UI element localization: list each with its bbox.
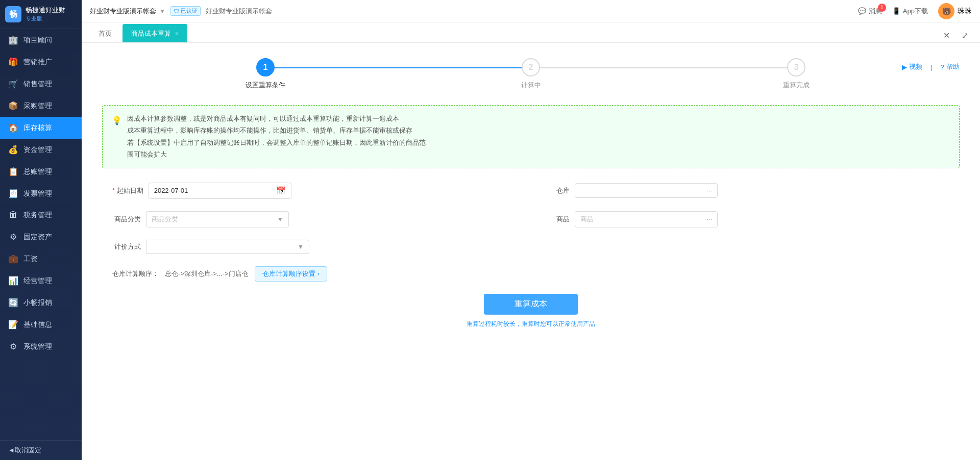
notice-box: 💡 因成本计算参数调整，或是对商品成本有疑问时，可以通过成本重算功能，重新计算一… [102, 105, 960, 168]
chevron-right-icon: › [317, 270, 320, 277]
notice-icon: 💡 [112, 114, 122, 161]
sidebar-item-label: 库存核算 [23, 123, 52, 133]
logo-title: 畅捷通好业财 [26, 6, 65, 15]
form-row-1: 起始日期 📅 仓库 ··· [112, 183, 949, 199]
tab-home[interactable]: 首页 [90, 24, 120, 42]
warehouse-order-settings-button[interactable]: 仓库计算顺序设置 › [255, 266, 327, 282]
salary-icon: 💼 [8, 254, 18, 264]
step-2-label: 计算中 [521, 81, 541, 90]
sidebar-item-label: 销售管理 [23, 80, 52, 89]
pricing-label: 计价方式 [112, 242, 141, 251]
unpin-button[interactable]: ◄取消固定 [0, 440, 82, 460]
tab-maximize-button[interactable]: ⤢ [958, 28, 972, 42]
pricing-select[interactable]: ▼ [146, 240, 309, 254]
sidebar-item-tax[interactable]: 🏛 税务管理 [0, 205, 82, 226]
sidebar-item-label: 经营管理 [23, 276, 52, 286]
warehouse-dotdot-icon: ··· [706, 187, 712, 194]
sidebar-item-expense[interactable]: 🔄 小畅报销 [0, 292, 82, 314]
form-row-3: 计价方式 ▼ [112, 240, 949, 254]
sidebar-item-marketing[interactable]: 🎁 营销推广 [0, 51, 82, 73]
sidebar-item-accounting[interactable]: 📋 总账管理 [0, 161, 82, 183]
app-download-button[interactable]: 📱 App下载 [892, 7, 928, 16]
product-label: 商品 [541, 215, 570, 224]
account-select[interactable]: 好业财专业版演示帐套 ▼ [90, 7, 165, 16]
step-3: 3 重算完成 [664, 58, 929, 90]
tab-bar-actions: ✕ ⤢ [939, 28, 972, 42]
sidebar-item-project[interactable]: 🏢 项目顾问 [0, 29, 82, 51]
warehouse-field: 仓库 ··· [541, 183, 949, 198]
sidebar-item-purchase[interactable]: 📦 采购管理 [0, 95, 82, 117]
start-date-input-wrapper[interactable]: 📅 [149, 183, 291, 199]
sidebar-item-invoice[interactable]: 🧾 发票管理 [0, 183, 82, 205]
sidebar-item-label: 营销推广 [23, 58, 52, 67]
sidebar-logo: 畅 畅捷通好业财 专业版 [0, 0, 82, 29]
warehouse-order-settings-label: 仓库计算顺序设置 [262, 269, 315, 278]
sidebar-item-label: 总账管理 [23, 167, 52, 176]
tab-close-window-button[interactable]: ✕ [939, 28, 953, 42]
basic-icon: 📝 [8, 320, 18, 329]
user-menu[interactable]: 🐻 珠珠 [938, 3, 972, 19]
video-help-button[interactable]: ▶ 视频 [902, 62, 922, 71]
recalc-button[interactable]: 重算成本 [484, 294, 578, 315]
sidebar-item-inventory[interactable]: 🏠 库存核算 [0, 117, 82, 139]
sidebar-item-operation[interactable]: 📊 经营管理 [0, 270, 82, 292]
start-date-label: 起始日期 [112, 186, 143, 195]
category-label: 商品分类 [112, 215, 141, 224]
tab-close-icon[interactable]: × [175, 30, 179, 37]
step-3-circle: 3 [787, 58, 805, 76]
help-icon: ? [941, 63, 944, 71]
step-3-label: 重算完成 [783, 81, 810, 90]
sidebar-item-label: 基础信息 [23, 320, 52, 329]
warehouse-order-label: 仓库计算顺序： [112, 269, 159, 278]
video-label: 视频 [909, 62, 922, 71]
calendar-icon[interactable]: 📅 [276, 186, 286, 195]
verified-label: 已认证 [181, 7, 198, 15]
message-badge: 1 [878, 4, 886, 12]
system-icon: ⚙ [8, 342, 18, 351]
tab-home-label: 首页 [99, 29, 112, 38]
message-button[interactable]: 💬 消息 1 [858, 7, 882, 16]
sidebar-item-basic[interactable]: 📝 基础信息 [0, 314, 82, 336]
message-icon: 💬 [858, 7, 866, 15]
recalc-btn-label: 重算成本 [514, 299, 547, 308]
sidebar-item-label: 资金管理 [23, 145, 52, 155]
notice-line-4: 围可能会扩大 [127, 148, 426, 160]
divider: | [930, 63, 932, 71]
notice-text: 因成本计算参数调整，或是对商品成本有疑问时，可以通过成本重算功能，重新计算一遍成… [127, 113, 426, 161]
help-button[interactable]: ? 帮助 [941, 62, 960, 71]
sidebar-item-label: 项目顾问 [23, 36, 52, 45]
form-row-2: 商品分类 商品分类 ▼ 商品 商品 ··· [112, 211, 949, 227]
sidebar-item-system[interactable]: ⚙ 系统管理 [0, 336, 82, 357]
video-icon: ▶ [902, 63, 907, 71]
category-select[interactable]: 商品分类 ▼ [146, 211, 289, 227]
avatar: 🐻 [938, 3, 954, 19]
product-dotdot-icon: ··· [706, 215, 712, 223]
verified-badge: 🛡 已认证 [170, 6, 201, 16]
page-inner: 1 设置重算条件 2 计算中 3 重算完成 [82, 43, 980, 460]
tab-recalc[interactable]: 商品成本重算 × [122, 24, 187, 42]
sidebar-item-finance[interactable]: 💰 资金管理 [0, 139, 82, 161]
notice-line-3: 若【系统设置】中启用了自动调整记账日期时，会调整入库单的整单记账日期，因此重新计… [127, 137, 426, 148]
step-2: 2 计算中 [398, 58, 664, 90]
user-name: 珠珠 [958, 7, 972, 16]
start-date-input[interactable] [154, 187, 272, 194]
sales-icon: 🛒 [8, 79, 18, 89]
sidebar-item-assets[interactable]: ⚙ 固定资产 [0, 226, 82, 248]
mobile-icon: 📱 [892, 7, 900, 15]
sidebar-item-label: 工资 [23, 254, 38, 264]
chevron-down-icon: ▼ [159, 8, 165, 15]
warehouse-select-btn[interactable]: ··· [575, 183, 718, 198]
sidebar-item-sales[interactable]: 🛒 销售管理 [0, 73, 82, 95]
marketing-icon: 🎁 [8, 57, 18, 67]
product-select-btn[interactable]: 商品 ··· [575, 211, 718, 227]
form-section: 起始日期 📅 仓库 ··· [102, 183, 960, 328]
sidebar-item-label: 固定资产 [23, 233, 52, 242]
sidebar-nav: 🏢 项目顾问 🎁 营销推广 🛒 销售管理 📦 采购管理 🏠 库存核算 💰 资金管… [0, 29, 82, 440]
step-1: 1 设置重算条件 [133, 58, 398, 90]
sidebar-item-salary[interactable]: 💼 工资 [0, 248, 82, 270]
chevron-down-pricing-icon: ▼ [298, 243, 304, 250]
project-icon: 🏢 [8, 35, 18, 45]
topbar: 好业财专业版演示帐套 ▼ 🛡 已认证 好业财专业版演示帐套 💬 消息 1 📱 A… [82, 0, 980, 22]
app-download-label: App下载 [903, 7, 928, 16]
purchase-icon: 📦 [8, 101, 18, 111]
